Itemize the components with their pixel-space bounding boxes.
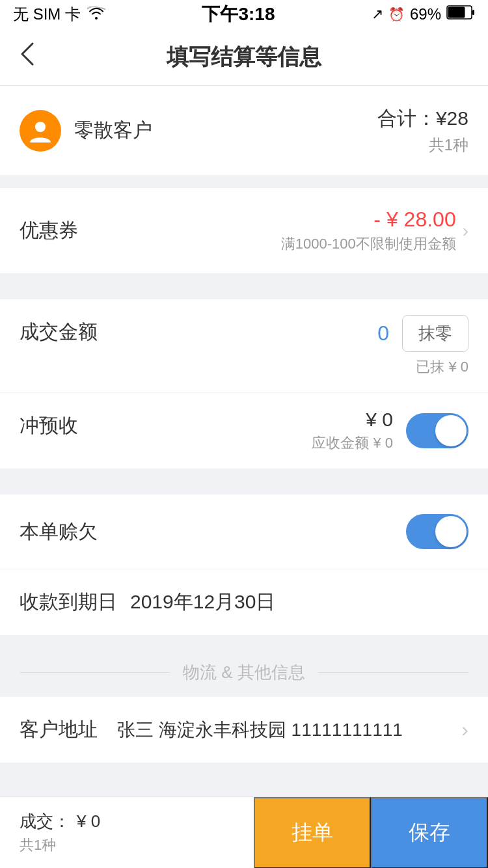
nav-bar: 填写结算等信息 xyxy=(0,29,488,86)
svg-rect-2 xyxy=(472,10,474,15)
bottom-deal-label: 成交： xyxy=(20,810,70,833)
location-icon: ↗ xyxy=(372,6,383,23)
transaction-section: 成交金额 0 抹零 已抹 ¥ 0 冲预收 ¥ 0 应收金额 ¥ 0 xyxy=(0,299,488,468)
advance-sub-value: 应收金额 ¥ 0 xyxy=(312,433,393,453)
customer-name: 零散客户 xyxy=(74,117,152,144)
transaction-sub: 已抹 ¥ 0 xyxy=(416,357,468,377)
advance-main-value: ¥ 0 xyxy=(312,409,393,431)
battery-icon xyxy=(446,5,475,23)
battery-text: 69% xyxy=(410,5,441,23)
advance-amount: ¥ 0 应收金额 ¥ 0 xyxy=(312,409,393,453)
address-value: 张三 海淀永丰科技园 11111111111 xyxy=(117,718,455,742)
coupon-desc: 满1000-100不限制使用金额 xyxy=(281,234,456,254)
status-right: ↗ ⏰ 69% xyxy=(372,5,475,23)
customer-row: 零散客户 合计：¥28 共1种 xyxy=(0,86,488,175)
transaction-label: 成交金额 xyxy=(20,315,98,346)
round-zero-button[interactable]: 抹零 xyxy=(402,315,468,352)
overdue-toggle[interactable] xyxy=(406,514,468,549)
total-count: 共1种 xyxy=(377,135,468,156)
address-arrow-icon: › xyxy=(461,718,468,742)
bottom-deal: 成交： ¥ 0 xyxy=(20,810,234,833)
back-button[interactable] xyxy=(20,41,35,73)
logistics-divider: 物流 & 其他信息 xyxy=(0,648,488,697)
pending-button[interactable]: 挂单 xyxy=(254,797,371,869)
total-amount: 合计：¥28 xyxy=(377,105,468,132)
page-title: 填写结算等信息 xyxy=(167,42,321,72)
customer-section: 零散客户 合计：¥28 共1种 xyxy=(0,86,488,175)
save-button[interactable]: 保存 xyxy=(371,797,488,869)
alarm-icon: ⏰ xyxy=(388,7,405,22)
advance-label: 冲预收 xyxy=(20,409,78,439)
coupon-value: - ¥ 28.00 满1000-100不限制使用金额 xyxy=(281,208,456,254)
avatar xyxy=(20,110,61,152)
bottom-deal-amount: ¥ 0 xyxy=(77,811,100,832)
customer-right: 合计：¥28 共1种 xyxy=(377,105,468,156)
divider-1 xyxy=(0,286,488,299)
status-bar: 无 SIM 卡 下午3:18 ↗ ⏰ 69% xyxy=(0,0,488,29)
status-time: 下午3:18 xyxy=(202,2,275,27)
overdue-section: 本单赊欠 收款到期日 2019年12月30日 xyxy=(0,495,488,635)
status-left: 无 SIM 卡 xyxy=(13,4,105,25)
transaction-value[interactable]: 0 xyxy=(363,321,389,346)
content: 零散客户 合计：¥28 共1种 优惠券 - ¥ 28.00 满1000-100不… xyxy=(0,86,488,854)
advance-toggle[interactable] xyxy=(406,413,468,448)
no-sim-text: 无 SIM 卡 xyxy=(13,4,81,25)
coupon-label: 优惠券 xyxy=(20,217,78,244)
address-row[interactable]: 客户地址 张三 海淀永丰科技园 11111111111 › xyxy=(0,697,488,763)
logistics-label: 物流 & 其他信息 xyxy=(183,661,305,684)
divider-2 xyxy=(0,481,488,495)
bottom-bar: 成交： ¥ 0 共1种 挂单 保存 xyxy=(0,796,488,868)
due-date-value[interactable]: 2019年12月30日 xyxy=(130,589,275,616)
overdue-toggle-knob xyxy=(435,516,467,547)
transaction-row: 成交金额 0 抹零 已抹 ¥ 0 xyxy=(0,299,488,393)
svg-rect-1 xyxy=(448,7,465,18)
coupon-section: 优惠券 - ¥ 28.00 满1000-100不限制使用金额 › xyxy=(0,188,488,273)
bottom-info: 成交： ¥ 0 共1种 xyxy=(0,810,254,855)
coupon-right: - ¥ 28.00 满1000-100不限制使用金额 › xyxy=(281,208,468,254)
coupon-arrow-icon: › xyxy=(463,221,468,241)
address-label: 客户地址 xyxy=(20,716,98,743)
due-date-label: 收款到期日 xyxy=(20,589,117,616)
coupon-discount: - ¥ 28.00 xyxy=(281,208,456,232)
overdue-row: 本单赊欠 xyxy=(0,495,488,569)
overdue-label: 本单赊欠 xyxy=(20,519,98,545)
svg-point-3 xyxy=(35,122,46,132)
advance-row: 冲预收 ¥ 0 应收金额 ¥ 0 xyxy=(0,393,488,468)
wifi-icon xyxy=(87,5,105,23)
bottom-count: 共1种 xyxy=(20,835,234,855)
coupon-row[interactable]: 优惠券 - ¥ 28.00 满1000-100不限制使用金额 › xyxy=(0,188,488,273)
customer-left: 零散客户 xyxy=(20,110,152,152)
toggle-knob xyxy=(435,415,467,446)
address-section: 客户地址 张三 海淀永丰科技园 11111111111 › xyxy=(0,697,488,763)
due-date-row: 收款到期日 2019年12月30日 xyxy=(0,569,488,635)
